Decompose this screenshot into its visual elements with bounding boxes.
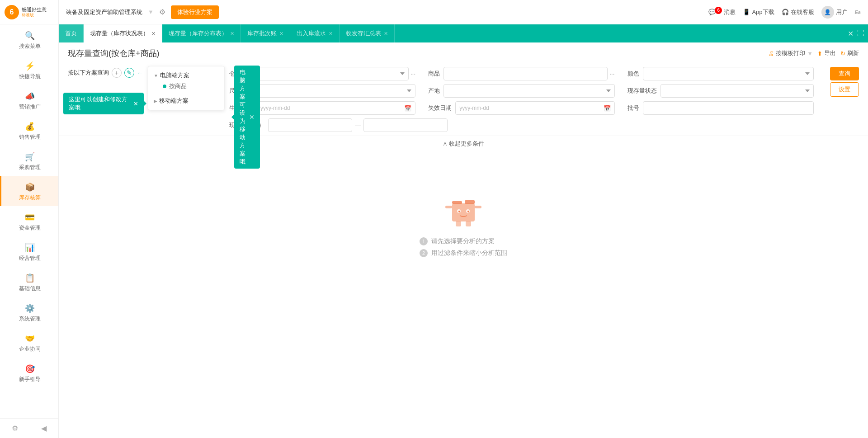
svg-rect-1	[452, 201, 462, 204]
sidebar-item-system[interactable]: ⚙️ 系统管理	[0, 297, 58, 327]
tab-inventory-dist[interactable]: 现存量（库存分布表） ✕	[162, 24, 241, 42]
app-download-item[interactable]: 📱 App下载	[743, 8, 774, 16]
scheme-mobile[interactable]: ▶ 移动端方案	[154, 95, 219, 106]
inventory-icon: 📦	[25, 182, 35, 192]
scheme-desktop[interactable]: ▼ 电脑端方案	[154, 70, 219, 81]
tab-close-all-icon[interactable]: ✕	[848, 29, 854, 38]
tab-in-out-flow[interactable]: 出入库流水 ✕	[290, 24, 340, 42]
filter-add-button[interactable]: +	[112, 68, 122, 78]
filter-left-arrow[interactable]: ←	[137, 69, 143, 76]
query-button[interactable]: 查询	[830, 67, 859, 80]
settings-icon[interactable]: ⚙	[159, 8, 165, 16]
produce-date-input[interactable]: yyyy-mm-dd 📅	[256, 101, 415, 115]
empty-tip-2: 2 用过滤条件来缩小分析范围	[420, 249, 507, 257]
online-service-item[interactable]: 🎧 在线客服	[782, 8, 814, 16]
stock-qty-to[interactable]	[363, 118, 448, 132]
product-input[interactable]	[443, 67, 608, 80]
warehouse-dots[interactable]: ···	[410, 70, 416, 77]
sidebar-item-marketing[interactable]: 📣 营销推广	[0, 85, 58, 115]
origin-select[interactable]	[443, 84, 614, 98]
user-item[interactable]: 👤 用户	[821, 6, 848, 19]
export-button[interactable]: ⬆ 导出	[817, 49, 836, 57]
sidebar-logo: 6 畅通好生意 标准版	[0, 0, 58, 24]
header-left: 装备及固定资产辅助管理系统 ▼ ⚙ 体验行业方案	[66, 5, 219, 19]
sidebar: 6 畅通好生意 标准版 🔍 搜索菜单 ⚡ 快捷导航 📣 营销推广 💰 销售管理 …	[0, 0, 59, 438]
filter-cell-product: 商品 ···	[428, 67, 623, 80]
set-button[interactable]: 设置	[830, 82, 859, 97]
stock-qty-from[interactable]	[268, 118, 352, 132]
stock-qty-dash: —	[355, 122, 361, 129]
batch-no-label: 批号	[627, 104, 639, 112]
print-icon: 🖨	[768, 50, 774, 57]
sidebar-item-operations[interactable]: 📊 经营管理	[0, 236, 58, 267]
main-content: 装备及固定资产辅助管理系统 ▼ ⚙ 体验行业方案 💬 6 消息 📱 App下载 …	[59, 0, 868, 438]
print-dropdown-icon: ▼	[807, 50, 813, 57]
batch-no-input[interactable]	[643, 101, 814, 115]
header-right: 💬 6 消息 📱 App下载 🎧 在线客服 👤 用户 Ea	[708, 6, 861, 19]
page-title: 现存量查询(按仓库+商品)	[68, 48, 160, 59]
scheme-dot	[163, 85, 166, 88]
collapse-icon: ∧	[443, 140, 448, 147]
sidebar-item-sales[interactable]: 💰 销售管理	[0, 115, 58, 146]
sidebar-item-quick-nav[interactable]: ⚡ 快捷导航	[0, 55, 58, 85]
refresh-button[interactable]: ↻ 刷新	[840, 49, 859, 57]
produce-date-placeholder: yyyy-mm-dd	[260, 105, 290, 111]
filter-edit-button[interactable]: ✎	[124, 68, 134, 78]
sidebar-item-cooperation[interactable]: 🤝 企业协同	[0, 327, 58, 358]
expire-date-input[interactable]: yyyy-mm-dd 📅	[455, 101, 614, 115]
notification-badge: 6	[715, 7, 722, 14]
scheme-child[interactable]: 按商品	[163, 81, 219, 92]
tooltip2-close-button[interactable]: ✕	[133, 100, 138, 107]
tab-home[interactable]: 首页	[59, 24, 84, 42]
sidebar-item-purchase[interactable]: 🛒 采购管理	[0, 146, 58, 176]
tip-num-1: 1	[420, 237, 428, 245]
expire-date-label: 失效日期	[428, 104, 452, 112]
svg-rect-8	[475, 206, 481, 208]
sidebar-item-basic[interactable]: 📋 基础信息	[0, 267, 58, 297]
notification-item[interactable]: 💬 6 消息	[708, 8, 736, 16]
tab-close-batch-account[interactable]: ✕	[279, 31, 283, 37]
tab-close-inventory-dist[interactable]: ✕	[230, 31, 234, 37]
refresh-icon: ↻	[840, 50, 845, 57]
tip-num-2: 2	[420, 249, 428, 257]
industry-plan-button[interactable]: 体验行业方案	[171, 5, 219, 19]
sidebar-item-finance[interactable]: 💳 资金管理	[0, 206, 58, 236]
collapse-bar[interactable]: ∧ 收起更多条件	[59, 136, 868, 151]
main-content-area: 现存量查询(按仓库+商品) 🖨 按模板打印 ▼ ⬆ 导出 ↻ 刷新	[59, 42, 868, 438]
product-dots[interactable]: ···	[609, 70, 615, 77]
tab-close-in-out-flow[interactable]: ✕	[329, 31, 333, 37]
cooperation-icon: 🤝	[25, 334, 35, 344]
settings-bottom-icon[interactable]: ⚙	[12, 424, 18, 433]
svg-rect-10	[466, 221, 471, 226]
logo-text: 畅通好生意 标准版	[22, 6, 47, 18]
sidebar-item-search[interactable]: 🔍 搜索菜单	[0, 24, 58, 55]
tab-receive-summary[interactable]: 收发存汇总表 ✕	[340, 24, 395, 42]
filter-cell-origin: 产地	[428, 84, 623, 98]
tab-fullscreen-icon[interactable]: ⛶	[857, 29, 864, 38]
collapse-sidebar-icon[interactable]: ◀	[41, 424, 47, 433]
tab-inventory-status[interactable]: 现存量（库存状况表） ✕	[84, 24, 162, 42]
filter-cell-batch-no: 批号	[627, 101, 823, 115]
color-select[interactable]	[643, 67, 814, 80]
search-icon: 🔍	[25, 31, 35, 41]
tooltip1-close-button[interactable]: ✕	[249, 113, 255, 121]
product-label: 商品	[428, 70, 440, 78]
print-button[interactable]: 🖨 按模板打印 ▼	[768, 49, 813, 57]
guide-icon: 🎯	[25, 364, 35, 374]
sidebar-item-guide[interactable]: 🎯 新手引导	[0, 358, 58, 388]
sales-icon: 💰	[25, 122, 35, 132]
filter-cell-expire-date: 失效日期 yyyy-mm-dd 📅	[428, 101, 623, 115]
headset-icon: 🎧	[782, 9, 789, 15]
expire-date-calendar-icon: 📅	[604, 105, 611, 112]
empty-tip-1: 1 请先选择要分析的方案	[420, 237, 507, 245]
size-select[interactable]	[245, 84, 415, 98]
tab-batch-account[interactable]: 库存批次账 ✕	[241, 24, 290, 42]
sidebar-item-inventory[interactable]: 📦 库存核算	[0, 176, 58, 206]
page-actions: 🖨 按模板打印 ▼ ⬆ 导出 ↻ 刷新	[768, 49, 859, 57]
filter-cell-stock-qty: 现存量（主） —	[229, 118, 457, 132]
stock-status-select[interactable]	[660, 84, 814, 98]
warehouse-select[interactable]	[245, 67, 409, 80]
tab-close-receive-summary[interactable]: ✕	[384, 31, 388, 37]
svg-rect-9	[456, 221, 461, 226]
tab-close-inventory-status[interactable]: ✕	[151, 31, 156, 37]
